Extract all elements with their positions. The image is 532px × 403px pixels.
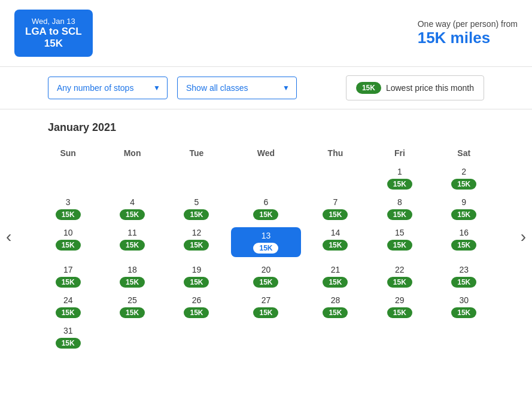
calendar-header-row: SunMonTueWedThuFriSat [36,144,496,163]
calendar-day-cell[interactable]: 2215K [367,261,431,291]
calendar-day-cell [432,322,496,352]
calendar-week-row: 2415K2515K2615K2715K2815K2915K3015K [36,291,496,322]
day-number: 26 [192,295,202,305]
lowest-price-pill: 15K [356,82,381,94]
calendar-day-cell[interactable]: 315K [36,193,100,224]
calendar-day-cell[interactable]: 2315K [432,261,496,291]
calendar-day-header: Sat [432,144,496,163]
day-price-pill[interactable]: 15K [253,243,278,254]
price-summary: One way (per person) from 15K miles [418,19,518,47]
calendar-day-cell[interactable]: 1415K [303,224,367,261]
flight-miles: 15K [25,38,82,50]
day-price-pill[interactable]: 15K [253,307,278,318]
day-price-pill[interactable]: 15K [120,209,145,220]
lowest-price-label: Lowest price this month [386,83,474,93]
day-price-pill[interactable]: 15K [184,209,209,220]
day-price-pill[interactable]: 15K [120,240,145,251]
calendar-day-cell[interactable]: 2115K [303,261,367,291]
calendar-week-row: 1015K1115K1215K1315K1415K1515K1615K [36,224,496,261]
calendar-day-cell[interactable]: 1615K [432,224,496,261]
day-price-pill[interactable]: 15K [387,209,412,220]
calendar-day-cell [165,322,229,352]
day-price-pill[interactable]: 15K [56,277,81,288]
calendar-day-header: Mon [100,144,164,163]
flight-info-box[interactable]: Wed, Jan 13 LGA to SCL 15K [14,10,93,57]
stops-filter-wrap: Any number of stopsNonstop only1 stop or… [48,77,168,99]
calendar-day-cell[interactable]: 1815K [100,261,164,291]
calendar-day-cell[interactable]: 2915K [367,291,431,322]
day-price-pill[interactable]: 15K [387,240,412,251]
calendar-day-cell[interactable]: 2015K [229,261,303,291]
day-price-pill[interactable]: 15K [387,307,412,318]
calendar-day-cell[interactable]: 2815K [303,291,367,322]
price-from-label: One way (per person) from [418,19,518,29]
day-price-pill[interactable]: 15K [323,209,348,220]
calendar-day-cell[interactable]: 1315K [229,224,303,261]
calendar-day-cell[interactable]: 3015K [432,291,496,322]
calendar-day-cell[interactable]: 3115K [36,322,100,352]
calendar-day-cell[interactable]: 115K [367,163,431,193]
day-price-pill[interactable]: 15K [387,179,412,190]
day-price-pill[interactable]: 15K [451,307,476,318]
day-price-pill[interactable]: 15K [184,307,209,318]
day-price-pill[interactable]: 15K [56,307,81,318]
day-price-pill[interactable]: 15K [323,240,348,251]
calendar-day-cell[interactable]: 1215K [165,224,229,261]
day-price-pill[interactable]: 15K [184,240,209,251]
day-price-pill[interactable]: 15K [56,240,81,251]
day-number: 9 [461,197,466,207]
day-number: 12 [192,228,202,237]
calendar-day-cell[interactable]: 415K [100,193,164,224]
next-month-button[interactable]: › [521,227,526,246]
day-number: 24 [63,295,73,305]
prev-month-button[interactable]: ‹ [6,227,11,246]
calendar-day-cell [229,322,303,352]
calendar-day-cell [36,163,100,193]
calendar-day-cell[interactable]: 815K [367,193,431,224]
calendar-day-cell[interactable]: 515K [165,193,229,224]
day-number: 14 [331,228,341,237]
calendar-day-cell[interactable]: 2515K [100,291,164,322]
calendar-day-cell [229,163,303,193]
day-price-pill[interactable]: 15K [451,277,476,288]
day-number: 11 [127,228,137,237]
day-price-pill[interactable]: 15K [120,277,145,288]
calendar-day-cell[interactable]: 615K [229,193,303,224]
calendar-day-cell[interactable]: 215K [432,163,496,193]
calendar-day-cell[interactable]: 1115K [100,224,164,261]
stops-filter-select[interactable]: Any number of stopsNonstop only1 stop or… [48,77,168,99]
day-price-pill[interactable]: 15K [56,209,81,220]
day-number: 8 [397,197,402,207]
calendar-day-cell[interactable]: 1715K [36,261,100,291]
calendar-day-cell[interactable]: 1015K [36,224,100,261]
calendar-day-cell[interactable]: 915K [432,193,496,224]
day-number: 4 [130,197,135,207]
calendar-day-cell[interactable]: 2615K [165,291,229,322]
day-number: 10 [63,228,73,237]
day-price-pill[interactable]: 15K [253,209,278,220]
day-price-pill[interactable]: 15K [253,277,278,288]
calendar-day-header: Fri [367,144,431,163]
day-price-pill[interactable]: 15K [323,307,348,318]
day-price-pill[interactable]: 15K [323,277,348,288]
day-price-pill[interactable]: 15K [184,277,209,288]
day-price-pill[interactable]: 15K [387,277,412,288]
calendar-day-cell[interactable]: 2715K [229,291,303,322]
lowest-price-badge-container: 15K Lowest price this month [346,75,484,100]
day-price-pill[interactable]: 15K [451,209,476,220]
calendar-day-cell[interactable]: 2415K [36,291,100,322]
calendar-day-cell[interactable]: 1515K [367,224,431,261]
day-price-pill[interactable]: 15K [56,338,81,349]
day-price-pill[interactable]: 15K [451,240,476,251]
day-price-pill[interactable]: 15K [451,179,476,190]
day-price-pill[interactable]: 15K [120,307,145,318]
calendar-week-row: 3115K [36,322,496,352]
calendar-day-header: Thu [303,144,367,163]
calendar-day-cell [303,163,367,193]
calendar-day-cell[interactable]: 715K [303,193,367,224]
classes-filter-select[interactable]: Show all classesEconomyPremium EconomyBu… [177,77,297,99]
day-number: 13 [262,231,271,240]
calendar-section: ‹ January 2021 SunMonTueWedThuFriSat 115… [0,109,532,364]
calendar-day-cell[interactable]: 1915K [165,261,229,291]
page-header: Wed, Jan 13 LGA to SCL 15K One way (per … [0,0,532,67]
